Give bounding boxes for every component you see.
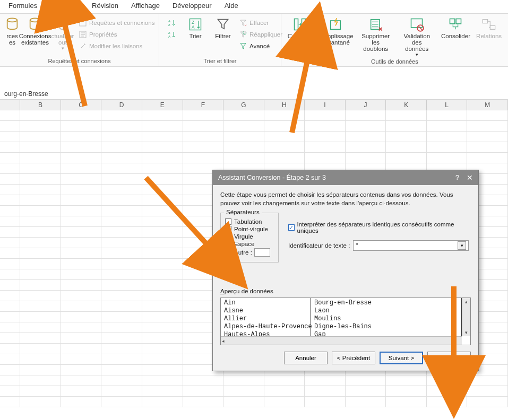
checkbox-label: Autre : [234, 249, 252, 256]
advanced-filter-icon [239, 42, 247, 50]
formula-bar-content[interactable]: ourg-en-Bresse [0, 89, 53, 99]
supprimer-doublons-button[interactable]: Supprimer les doublons [357, 16, 394, 53]
svg-rect-11 [295, 19, 298, 30]
checkbox-virgule[interactable]: Virgule [225, 233, 274, 240]
column-header[interactable]: K [386, 100, 427, 110]
effacer-button[interactable]: Effacer [237, 17, 285, 29]
preview-column-1: Ain Aisne Allier Alpes-de-Haute-Provence… [221, 298, 311, 336]
checkbox-tabulation[interactable]: Tabulation [225, 218, 274, 225]
tab-aide[interactable]: Aide [218, 0, 245, 13]
remove-duplicates-icon [368, 17, 383, 32]
checkbox-espace[interactable]: Espace [225, 241, 274, 247]
sort-za-icon: ZA [168, 30, 176, 39]
column-header-partial[interactable] [0, 100, 20, 110]
proprietes-button[interactable]: Propriétés [76, 29, 157, 40]
connexions-existantes-button[interactable]: Connexions existantes [22, 16, 48, 47]
svg-text:A: A [168, 20, 170, 23]
consolidate-icon [448, 17, 463, 32]
consolider-button[interactable]: Consolider [440, 16, 472, 40]
other-separator-input[interactable] [254, 248, 270, 257]
connections-icon [28, 17, 42, 32]
dialog-titlebar[interactable]: Assistant Conversion - Étape 2 sur 3 ? ✕ [213, 170, 478, 185]
svg-rect-17 [450, 19, 455, 24]
data-validation-icon [409, 17, 424, 32]
preview-column-2: Bourg-en-Bresse Laon Moulins Digne-les-B… [311, 298, 462, 336]
database-icon [5, 17, 20, 32]
column-header[interactable]: M [467, 100, 508, 110]
svg-text:Z: Z [192, 20, 194, 25]
tab-affichage[interactable]: Affichage [125, 0, 166, 13]
checkbox-point-virgule[interactable]: Point-virgule [225, 226, 274, 232]
relations-button[interactable]: Relations [474, 16, 503, 40]
checkbox-icon [288, 224, 295, 231]
column-header[interactable]: C [61, 100, 102, 110]
filtrer-button[interactable]: Filtrer [210, 16, 236, 40]
modifier-liaisons-button[interactable]: Modifier les liaisons [76, 40, 157, 52]
sort-az-button[interactable]: AZ [165, 17, 179, 29]
cancel-button[interactable]: Annuler [284, 352, 328, 364]
group-label-requetes: Requêtes et connexions [3, 58, 156, 65]
refresh-icon [55, 17, 70, 32]
group-label-trier: Trier et filtrer [162, 58, 278, 65]
column-header[interactable]: B [20, 100, 61, 110]
column-headers: B C D E F G H I J K L M [0, 100, 508, 110]
validation-label: Validation des données [400, 33, 434, 52]
previous-button[interactable]: < Précédent [332, 352, 375, 364]
next-button[interactable]: Suivant > [380, 352, 423, 364]
help-icon[interactable]: ? [455, 174, 459, 181]
text-qualifier-combo[interactable]: " ▾ [353, 240, 469, 251]
preview-vertical-scrollbar[interactable]: ▴ ▾ [462, 298, 470, 336]
checkbox-label: Virgule [234, 233, 253, 240]
remplissage-label: Remplissage instantané [318, 33, 353, 46]
checkbox-icon [225, 249, 231, 256]
tab-revision[interactable]: Révision [85, 0, 125, 13]
column-header[interactable]: G [223, 100, 264, 110]
svg-rect-2 [80, 20, 86, 26]
column-header[interactable]: I [305, 100, 346, 110]
modifier-label: Modifier les liaisons [89, 43, 142, 49]
text-qualifier-label: Identificateur de texte : [288, 242, 350, 249]
tab-donnees[interactable]: Données [44, 0, 85, 13]
sort-za-button[interactable]: ZA [165, 29, 179, 40]
checkbox-autre[interactable]: Autre : [225, 248, 274, 257]
svg-rect-15 [411, 19, 423, 28]
column-header[interactable]: H [264, 100, 305, 110]
validation-button[interactable]: Validation des données ▾ [397, 16, 437, 58]
convertir-button[interactable]: Convertir [286, 16, 314, 40]
svg-rect-19 [483, 20, 487, 23]
supprimer-label: Supprimer les doublons [360, 33, 391, 52]
column-header[interactable]: J [346, 100, 386, 110]
svg-rect-20 [490, 25, 495, 29]
sort-buttons: AZ ZA [162, 16, 182, 41]
trier-button[interactable]: ZA Trier [183, 16, 208, 40]
column-header[interactable]: F [183, 100, 224, 110]
remplissage-button[interactable]: Remplissage instantané [316, 16, 355, 47]
requetes-button[interactable]: Requêtes et connexions [76, 17, 157, 29]
avance-button[interactable]: Avancé [237, 40, 285, 52]
tab-developpeur[interactable]: Développeur [166, 0, 218, 13]
preview-horizontal-scrollbar[interactable]: ◂ [221, 336, 462, 345]
tab-formules[interactable]: Formules [2, 0, 44, 13]
filtrer-label: Filtrer [215, 33, 230, 39]
separators-group: Séparateurs Tabulation Point-virgule Vir… [220, 213, 279, 262]
close-icon[interactable]: ✕ [467, 173, 473, 182]
chevron-down-icon: ▾ [416, 52, 418, 57]
reappliquer-button[interactable]: Réappliquer [237, 29, 285, 40]
scroll-up-icon: ▴ [464, 298, 469, 305]
separators-legend: Séparateurs [224, 209, 262, 215]
sources-button[interactable]: rces es [4, 16, 20, 47]
svg-text:Z: Z [168, 23, 170, 27]
column-header[interactable]: L [427, 100, 468, 110]
conversion-wizard-dialog: Assistant Conversion - Étape 2 sur 3 ? ✕… [212, 170, 479, 371]
sort-icon: ZA [188, 17, 203, 32]
relations-icon [481, 17, 496, 32]
finish-button[interactable]: Terminer [427, 352, 471, 364]
svg-text:A: A [192, 25, 195, 30]
checkbox-icon [225, 241, 231, 247]
checkbox-consecutive[interactable]: Interpréter des séparateurs identiques c… [288, 221, 469, 234]
scroll-down-icon: ▾ [464, 329, 469, 336]
column-header[interactable]: D [101, 100, 142, 110]
queries-icon [79, 19, 87, 27]
column-header[interactable]: E [142, 100, 183, 110]
actualiser-tout-button[interactable]: ctualiser out ▾ [50, 16, 75, 52]
